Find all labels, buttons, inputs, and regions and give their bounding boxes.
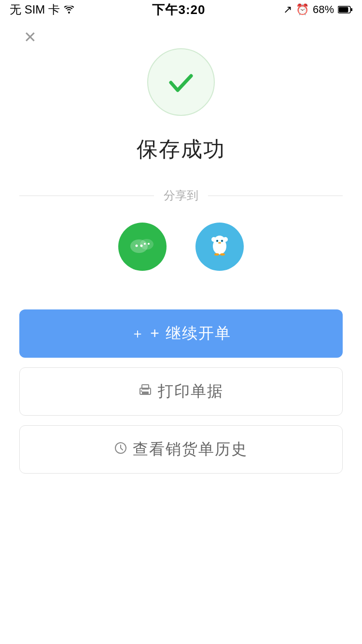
close-icon: ✕ bbox=[24, 29, 37, 45]
svg-point-4 bbox=[140, 239, 153, 250]
print-icon bbox=[139, 384, 152, 400]
qq-icon bbox=[206, 233, 234, 261]
share-label: 分享到 bbox=[164, 188, 198, 203]
success-icon-circle bbox=[147, 48, 215, 116]
status-right: ↗ ⏰ 68% bbox=[283, 3, 352, 16]
checkmark-icon bbox=[164, 65, 198, 99]
print-label: 打印单据 bbox=[158, 381, 223, 402]
success-title: 保存成功 bbox=[137, 135, 225, 164]
continue-order-label: + 继续开单 bbox=[150, 323, 231, 344]
action-buttons: ＋ + 继续开单 打印单据 查看销货单历史 bbox=[0, 309, 362, 474]
svg-point-23 bbox=[141, 390, 142, 392]
share-icons-row bbox=[19, 223, 343, 271]
history-icon bbox=[114, 442, 127, 458]
svg-point-19 bbox=[223, 237, 228, 242]
svg-rect-22 bbox=[142, 392, 149, 394]
status-time: 下午3:20 bbox=[152, 1, 205, 18]
wifi-icon bbox=[64, 6, 74, 14]
location-icon: ↗ bbox=[283, 3, 292, 16]
print-button[interactable]: 打印单据 bbox=[19, 367, 343, 416]
svg-point-17 bbox=[220, 253, 225, 256]
svg-point-5 bbox=[136, 245, 138, 247]
status-bar: 无 SIM 卡 下午3:20 ↗ ⏰ 68% bbox=[0, 0, 362, 19]
svg-point-7 bbox=[144, 243, 146, 245]
wechat-icon bbox=[128, 233, 156, 261]
plus-icon: ＋ bbox=[131, 324, 144, 343]
close-button[interactable]: ✕ bbox=[19, 27, 41, 48]
svg-point-6 bbox=[140, 245, 143, 247]
continue-order-button[interactable]: ＋ + 继续开单 bbox=[19, 309, 343, 358]
divider-right bbox=[208, 196, 343, 196]
battery-icon bbox=[338, 6, 352, 14]
svg-point-13 bbox=[217, 240, 218, 241]
history-label: 查看销货单历史 bbox=[133, 439, 248, 460]
wechat-share-button[interactable] bbox=[118, 223, 167, 271]
svg-point-10 bbox=[214, 236, 225, 247]
alarm-icon: ⏰ bbox=[296, 3, 309, 16]
share-divider: 分享到 bbox=[19, 188, 343, 203]
svg-rect-1 bbox=[351, 8, 352, 11]
svg-point-18 bbox=[211, 237, 216, 242]
main-content: 保存成功 分享到 bbox=[0, 19, 362, 474]
qq-share-button[interactable] bbox=[195, 223, 244, 271]
status-left: 无 SIM 卡 bbox=[10, 2, 74, 17]
history-button[interactable]: 查看销货单历史 bbox=[19, 425, 343, 474]
svg-rect-2 bbox=[338, 7, 348, 13]
divider-left bbox=[19, 196, 154, 196]
svg-point-8 bbox=[148, 243, 150, 245]
svg-point-14 bbox=[222, 240, 223, 241]
svg-point-16 bbox=[214, 253, 219, 256]
sim-status: 无 SIM 卡 bbox=[10, 2, 60, 17]
battery-percent: 68% bbox=[313, 3, 334, 16]
share-section: 分享到 bbox=[0, 188, 362, 295]
svg-point-15 bbox=[218, 242, 221, 244]
